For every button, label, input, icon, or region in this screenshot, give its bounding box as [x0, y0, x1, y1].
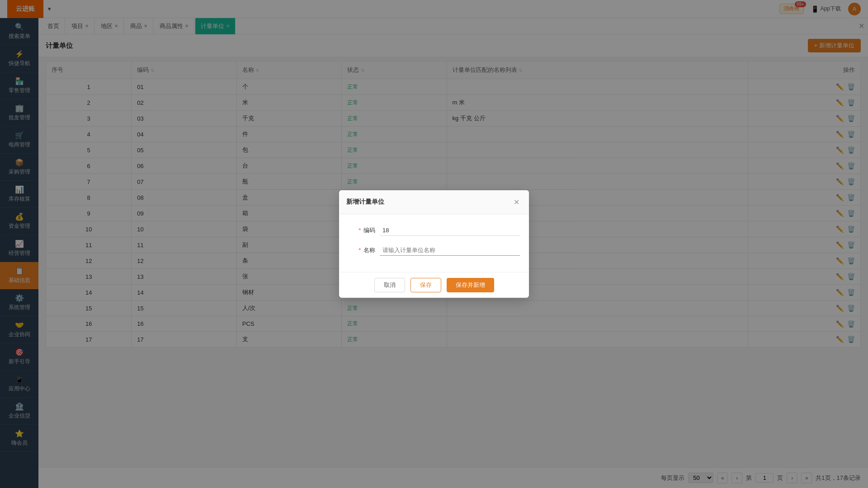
modal-footer: 取消 保存 保存并新增 [339, 272, 529, 298]
save-and-add-button[interactable]: 保存并新增 [447, 278, 494, 292]
modal-overlay: 新增计量单位 ✕ * 编码 * 名称 取消 保存 保存并新增 [0, 0, 868, 488]
form-name-label: * 名称 [348, 246, 375, 254]
required-star-code: * [359, 227, 361, 234]
modal-header: 新增计量单位 ✕ [339, 190, 529, 214]
save-button[interactable]: 保存 [410, 278, 441, 292]
required-star-name: * [359, 247, 361, 253]
name-input[interactable] [380, 245, 520, 256]
cancel-button[interactable]: 取消 [374, 278, 405, 292]
modal-title: 新增计量单位 [346, 198, 384, 206]
modal-body: * 编码 * 名称 [339, 214, 529, 272]
modal-close-button[interactable]: ✕ [511, 197, 522, 207]
form-row-name: * 名称 [348, 245, 520, 256]
code-input[interactable] [380, 225, 520, 236]
form-code-label: * 编码 [348, 226, 375, 235]
form-row-code: * 编码 [348, 225, 520, 236]
add-measure-unit-modal: 新增计量单位 ✕ * 编码 * 名称 取消 保存 保存并新增 [339, 190, 529, 298]
